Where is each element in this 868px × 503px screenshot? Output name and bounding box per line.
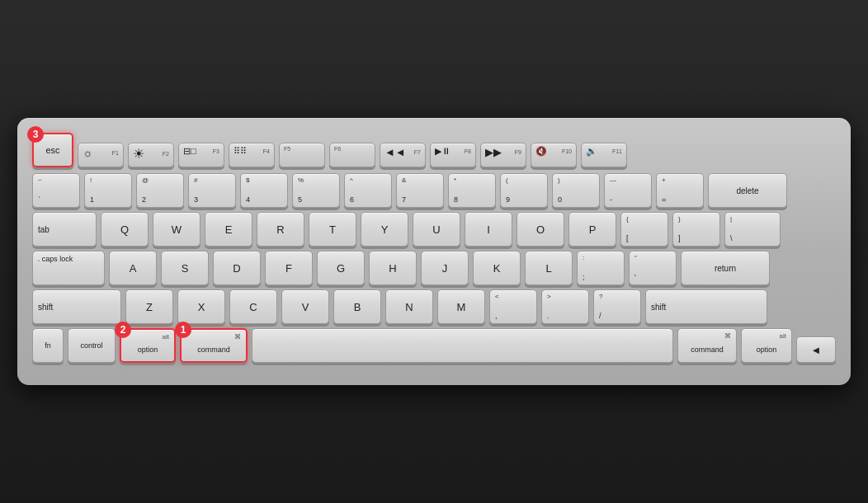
6-key[interactable]: ^ 6 (344, 173, 392, 208)
badge-1: 1 (175, 322, 191, 338)
q-key[interactable]: Q (101, 212, 149, 247)
esc-label: esc (39, 138, 67, 162)
b-key[interactable]: B (333, 289, 381, 324)
d-key[interactable]: D (213, 251, 261, 285)
m-key[interactable]: M (437, 289, 485, 324)
f2-key[interactable]: ☀ F2 (128, 143, 174, 167)
f3-key[interactable]: ⊟□ F3 (178, 143, 224, 167)
keyboard: 3 esc ☼ F1 ☀ F2 ⊟□ F3 (17, 118, 851, 385)
mute-icon: 🔇 (535, 146, 547, 157)
bracket-right-key[interactable]: } ] (672, 212, 720, 247)
9-key[interactable]: ( 9 (500, 173, 548, 208)
badge-2: 2 (115, 322, 131, 338)
x-key[interactable]: X (177, 289, 225, 324)
right-option-key[interactable]: alt option (741, 328, 792, 363)
esc-key[interactable]: 3 esc (32, 133, 73, 167)
n-key[interactable]: N (385, 289, 433, 324)
h-key[interactable]: H (369, 251, 417, 285)
caps-lock-key[interactable]: • caps lock (32, 251, 105, 285)
right-command-key[interactable]: ⌘ command (677, 328, 737, 363)
left-command-key[interactable]: 1 ⌘ command (180, 328, 248, 363)
badge-3: 3 (27, 126, 44, 143)
brightness-high-icon: ☀ (133, 146, 144, 162)
bracket-left-key[interactable]: { [ (620, 212, 668, 247)
brightness-low-icon: ☼ (83, 146, 93, 159)
fast-forward-icon: ▶▶ (485, 146, 502, 158)
4-key[interactable]: $ 4 (240, 173, 288, 208)
u-key[interactable]: U (413, 212, 460, 247)
home-row: • caps lock A S D F G H J K L : ; " ' re… (32, 251, 836, 285)
f8-key[interactable]: ▶⏸ F8 (430, 143, 476, 167)
left-shift-key[interactable]: shift (32, 289, 121, 324)
k-key[interactable]: K (473, 251, 521, 285)
2-key[interactable]: @ 2 (136, 173, 184, 208)
play-pause-icon: ▶⏸ (435, 146, 451, 157)
control-key[interactable]: control (68, 328, 116, 363)
f6-key[interactable]: F6 (329, 143, 375, 167)
s-key[interactable]: S (161, 251, 209, 285)
j-key[interactable]: J (421, 251, 469, 285)
backslash-key[interactable]: | \ (724, 212, 781, 247)
tab-key[interactable]: tab (32, 212, 97, 247)
keyboard-container: 3 esc ☼ F1 ☀ F2 ⊟□ F3 (0, 0, 868, 503)
minus-key[interactable]: — - (604, 173, 652, 208)
bottom-row: fn control 2 alt option 1 ⌘ command ⌘ co… (32, 328, 836, 363)
y-key[interactable]: Y (361, 212, 408, 247)
o-key[interactable]: O (517, 212, 564, 247)
i-key[interactable]: I (465, 212, 512, 247)
l-key[interactable]: L (525, 251, 573, 285)
function-row: 3 esc ☼ F1 ☀ F2 ⊟□ F3 (32, 133, 836, 167)
f5-key[interactable]: F5 (279, 143, 325, 167)
left-option-key[interactable]: 2 alt option (120, 328, 176, 363)
7-key[interactable]: & 7 (396, 173, 444, 208)
f10-key[interactable]: 🔇 F10 (531, 143, 577, 167)
delete-key[interactable]: delete (708, 173, 787, 208)
left-arrow-key[interactable]: ◄ (796, 336, 836, 363)
z-key[interactable]: Z (125, 289, 173, 324)
rewind-icon: ◄◄ (384, 146, 406, 158)
f11-key[interactable]: 🔉 F11 (581, 143, 627, 167)
r-key[interactable]: R (257, 212, 304, 247)
e-key[interactable]: E (205, 212, 252, 247)
fn-key[interactable]: fn (32, 328, 64, 363)
launchpad-icon: ⠿⠿ (234, 146, 247, 157)
f-key-letter[interactable]: F (265, 251, 313, 285)
g-key[interactable]: G (317, 251, 365, 285)
period-key[interactable]: > . (541, 289, 589, 324)
v-key[interactable]: V (281, 289, 329, 324)
f9-key[interactable]: ▶▶ F9 (480, 143, 526, 167)
slash-key[interactable]: ? / (593, 289, 641, 324)
f7-key[interactable]: ◄◄ F7 (380, 143, 426, 167)
return-key[interactable]: return (681, 251, 770, 285)
shift-row: shift Z X C V B N M < , > . ? / shift (32, 289, 836, 324)
1-key[interactable]: ! 1 (84, 173, 132, 208)
semicolon-key[interactable]: : ; (577, 251, 625, 285)
t-key[interactable]: T (309, 212, 356, 247)
5-key[interactable]: % 5 (292, 173, 340, 208)
volume-down-icon: 🔉 (586, 146, 597, 157)
0-key[interactable]: ) 0 (552, 173, 600, 208)
p-key[interactable]: P (568, 212, 616, 247)
c-key[interactable]: C (229, 289, 277, 324)
quote-key[interactable]: " ' (629, 251, 677, 285)
3-key[interactable]: # 3 (188, 173, 236, 208)
a-key[interactable]: A (109, 251, 157, 285)
equals-key[interactable]: + = (656, 173, 704, 208)
mission-control-icon: ⊟□ (183, 146, 196, 157)
tilde-key[interactable]: ~ ` (32, 173, 80, 208)
w-key[interactable]: W (153, 212, 200, 247)
f4-key[interactable]: ⠿⠿ F4 (229, 143, 275, 167)
qwerty-row: tab Q W E R T Y U I O P { [ } ] | \ (32, 212, 836, 247)
number-row: ~ ` ! 1 @ 2 # 3 $ 4 % 5 (32, 173, 836, 208)
space-key[interactable] (252, 328, 673, 363)
right-shift-key[interactable]: shift (645, 289, 767, 324)
f1-key[interactable]: ☼ F1 (78, 143, 124, 167)
comma-key[interactable]: < , (489, 289, 537, 324)
8-key[interactable]: * 8 (448, 173, 496, 208)
